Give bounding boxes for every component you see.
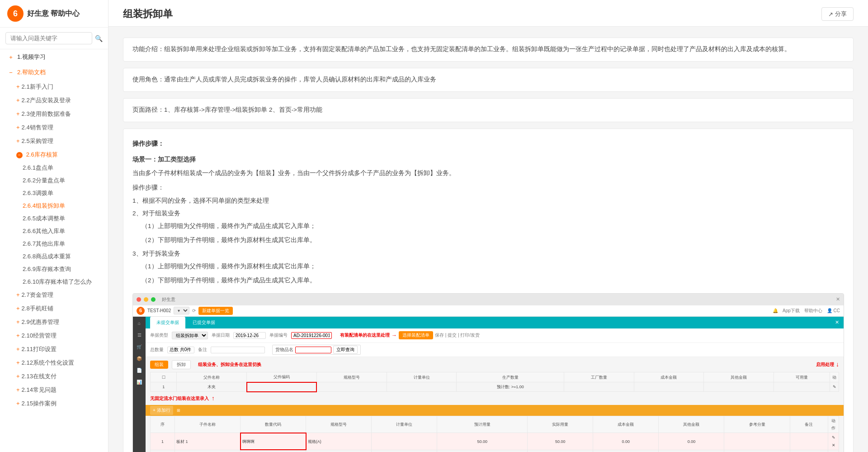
plus-icon: + — [16, 386, 20, 393]
search-btn[interactable]: 立即查询 — [333, 346, 358, 354]
remark-label: 备注 — [198, 346, 207, 354]
content-area: 功能介绍：组装拆卸单用来处理企业组装或拆卸等加工业务，支持有固定装配清单的产品加… — [108, 27, 868, 452]
add-row-btn[interactable]: + 添加行 — [150, 406, 173, 415]
btd-other-1: 0.00 — [659, 433, 724, 450]
search-icon[interactable]: 🔍 — [95, 35, 103, 42]
step2-sub2: （2）下部明细为子件明细，最终作为原材料生成其它出库单。 — [142, 235, 844, 246]
bth-remark: 备注 — [790, 416, 828, 433]
sidebar-item-cost[interactable]: 2.6.5成本调整单 — [0, 212, 108, 225]
sidebar-item-finance[interactable]: +2.7资金管理 — [0, 288, 108, 302]
company-selector[interactable]: ▾ — [174, 307, 189, 314]
th-parent-code: 父件编码 — [247, 372, 317, 382]
sidebar-item-print[interactable]: +2.11打印设置 — [0, 343, 108, 356]
close-dot — [137, 297, 141, 302]
screenshot-chrome: 好生意 ✕ — [133, 294, 844, 305]
sidebar-item-new[interactable]: +2.1新手入门 — [0, 80, 108, 94]
bth-cost: 成本金额 — [593, 416, 659, 433]
sidebar-item-inventory[interactable]: − 2.6库存核算 — [0, 148, 108, 162]
role-text: 使用角色：通常由生产人员或库管人员完成拆装业务的操作，库管人员确认原材料的出库和… — [132, 76, 436, 83]
goods-search-input[interactable] — [295, 347, 331, 353]
sidebar-item-purchase[interactable]: +2.5采购管理 — [0, 134, 108, 148]
btd-unit-1 — [372, 433, 437, 450]
close-icon[interactable]: ✕ — [836, 295, 840, 304]
sidebar-item-mobile[interactable]: +2.8手机旺铺 — [0, 302, 108, 315]
sidebar-item-video[interactable]: + 1.视频学习 — [0, 49, 108, 65]
step3-sub2: （2）下部明细为子件明细，最终作为产成品生成其它入库单。 — [142, 275, 844, 286]
expand-icon-bottom: ⊞ — [177, 407, 180, 414]
th-parent-name: 父件名称 — [177, 372, 247, 382]
sidebar-item-sales[interactable]: +2.4销售管理 — [0, 121, 108, 134]
sidebar: 6 好生意 帮助中心 🔍 + 1.视频学习 − 2.帮助文档 +2.1新手入门 … — [0, 0, 108, 452]
td-spec — [316, 382, 387, 392]
bottom-table-container: 序 子件名称 数量代码 规格型号 计量单位 预计用量 实际用量 成本金额 其他金 — [146, 416, 844, 452]
tab-close-icon[interactable]: ✕ — [835, 318, 839, 327]
annotation1-text: 有装配清单的在这里处理 — [340, 331, 390, 339]
sidebar-item-operation[interactable]: +2.10经营管理 — [0, 329, 108, 343]
screenshot-body: ⌂ ☰ 🛒 📦 📄 📊 未提交单据 已提交单据 ✕ — [133, 317, 844, 452]
sidebar-item-stock-error[interactable]: 2.6.10库存账本错了怎么办 — [0, 276, 108, 288]
app-topbar: 6 TEST-H002 ▾ ⟳ 新建单据一览 🔔 App下载 帮助中心 👤 CC — [133, 305, 844, 317]
step3-sub1: （1）上部明细为父件明细，最终作为原材料生成其它出库单； — [142, 261, 844, 272]
sidebar-item-docs[interactable]: − 2.帮助文档 — [0, 65, 108, 80]
sidebar-header: 6 好生意 帮助中心 — [0, 0, 108, 28]
page-title: 组装拆卸单 — [123, 7, 173, 21]
qty-input[interactable] — [167, 347, 194, 353]
select-bom-btn[interactable]: 选择装配清单 — [399, 331, 433, 339]
date-input[interactable] — [233, 332, 266, 339]
step2-sub1: （1）上部明细为父件明细，最终作为产成品生成其它入库单； — [142, 221, 844, 232]
tab-未提交[interactable]: 未提交单据 — [150, 317, 185, 328]
sidebar-item-video-label: 1.视频学习 — [17, 53, 46, 61]
enable-row: 启用处理 ↓ — [816, 359, 839, 370]
btd-est-1: 50.00 — [437, 433, 528, 450]
help-icon: 帮助中心 — [804, 307, 822, 315]
sidebar-item-coupon[interactable]: +2.9优惠券管理 — [0, 315, 108, 329]
sidebar-item-product-cost[interactable]: 2.6.8商品成本重算 — [0, 250, 108, 263]
type-select[interactable]: 组装拆卸单 — [172, 332, 208, 339]
window-title: 好生意 — [162, 295, 175, 304]
sidebar-item-faq[interactable]: +2.14常见问题 — [0, 383, 108, 397]
sidebar-item-prepare[interactable]: +2.3使用前数据准备 — [0, 107, 108, 121]
arrow-icon2: ↑ — [212, 393, 215, 404]
sidebar-item-partial[interactable]: 2.6.2分量盘点单 — [0, 174, 108, 187]
remark-input[interactable] — [211, 347, 265, 353]
sidebar-item-online-pay[interactable]: +2.13在线支付 — [0, 370, 108, 383]
sidebar-item-stocktake[interactable]: 2.6.1盘点单 — [0, 162, 108, 174]
num-input[interactable] — [291, 332, 332, 339]
form-area: 未提交单据 已提交单据 ✕ 单据类型 组装拆卸单 单据日期 单据编号 — [146, 317, 844, 452]
search-input[interactable] — [5, 32, 92, 44]
sidebar-item-stock-query[interactable]: 2.6.9库存账本查询 — [0, 263, 108, 276]
assembly-btn[interactable]: 组装 — [150, 361, 168, 369]
sidebar-item-docs-label: 2.帮助文档 — [17, 68, 46, 76]
bottom-table: 序 子件名称 数量代码 规格型号 计量单位 预计用量 实际用量 成本金额 其他金 — [150, 416, 839, 452]
btd-spec-2 — [306, 450, 372, 452]
btd-cost-2: 0.00 — [593, 450, 659, 452]
screenshot-container: 好生意 ✕ 6 TEST-H002 ▾ ⟳ 新建单据一览 🔔 App下载 帮助中… — [132, 293, 844, 452]
share-button[interactable]: ↗ 分享 — [821, 7, 854, 21]
sidebar-item-other-out[interactable]: 2.6.7其他出库单 — [0, 238, 108, 250]
min-dot — [144, 297, 148, 302]
app-title: 好生意 帮助中心 — [27, 9, 80, 19]
tab-已提交[interactable]: 已提交单据 — [186, 317, 222, 328]
sidebar-item-install[interactable]: +2.2产品安装及登录 — [0, 94, 108, 107]
btd-unit-2 — [372, 450, 437, 452]
app-logo-small: 6 — [137, 307, 145, 315]
sidebar-item-adjust[interactable]: 2.6.3调拨单 — [0, 187, 108, 200]
arrow-down-icon: ↓ — [836, 359, 839, 370]
sidebar-item-cases[interactable]: +2.15操作案例 — [0, 397, 108, 410]
scene1-title: 场景一：加工类型选择 — [132, 154, 844, 165]
expand-icon: + — [16, 124, 20, 131]
list-icon: ☰ — [137, 331, 142, 339]
bottom-row-2: 2 板材 2 0(预计+实际) 5000 0.00 0.00 — [151, 450, 839, 452]
disassemble-btn[interactable]: 拆卸 — [172, 360, 191, 369]
toggle-row: 组装 拆卸 组装业务、拆卸业务在这里切换 启用处理 ↓ — [146, 357, 844, 372]
date-label: 单据日期 — [212, 331, 230, 339]
th-produce-qty: 生产数量 — [457, 372, 564, 382]
top-nav-icons: 🔔 App下载 帮助中心 👤 CC — [773, 307, 840, 315]
sidebar-item-system[interactable]: +2.12系统个性化设置 — [0, 356, 108, 370]
new-doc-btn[interactable]: 新建单据一览 — [198, 307, 233, 315]
sidebar-item-other-in[interactable]: 2.6.6其他入库单 — [0, 225, 108, 238]
sidebar-item-assembly[interactable]: 2.6.4组装拆卸单 — [0, 200, 108, 212]
btd-code-1: 啊啊啊 — [241, 433, 306, 450]
path-block: 页面路径：1、库存核算->库存管理->组装拆卸单 2、首页->常用功能 — [123, 98, 854, 122]
th-unit: 计量单位 — [387, 372, 457, 382]
